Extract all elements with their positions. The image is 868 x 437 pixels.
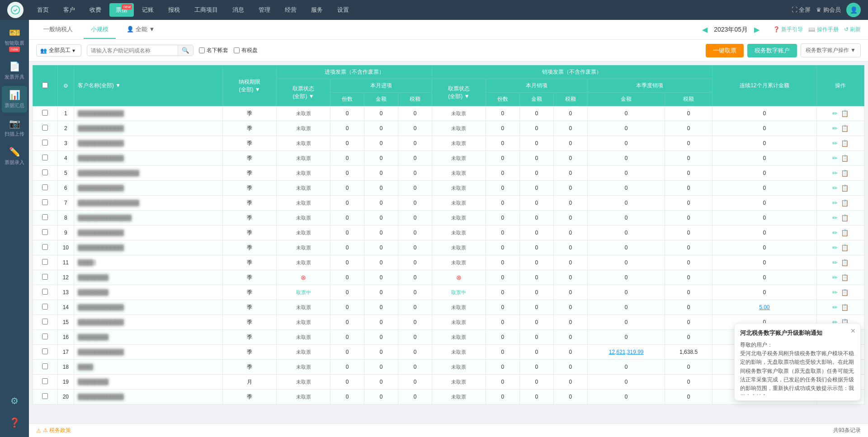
staff-select[interactable]: 👥 全部员工 ▾: [36, 44, 81, 56]
checkbox-owned[interactable]: 名下帐套: [199, 47, 228, 54]
edit-btn[interactable]: ✏: [831, 124, 839, 133]
tab-small[interactable]: 小规模: [84, 21, 116, 39]
select-all-checkbox[interactable]: [42, 82, 48, 88]
row-checkbox[interactable]: [42, 274, 48, 280]
edit-btn[interactable]: ✏: [831, 183, 839, 193]
nav-service[interactable]: 服务: [305, 3, 329, 17]
row-checkbox[interactable]: [42, 140, 48, 146]
nav-fee[interactable]: 收费: [83, 3, 108, 17]
client-name[interactable]: ████████████: [78, 155, 124, 161]
client-name[interactable]: ████████: [78, 289, 108, 296]
client-name[interactable]: ████████: [78, 379, 108, 385]
search-btn[interactable]: 🔍: [178, 45, 193, 56]
notif-close-btn[interactable]: ✕: [850, 327, 856, 334]
col-income-status-header[interactable]: 取票状态(全部) ▼: [277, 79, 330, 106]
row-checkbox[interactable]: [42, 110, 48, 116]
tax-policy-link[interactable]: ⚠ ⚠ 税务政策: [29, 423, 78, 437]
sidebar-item-gear[interactable]: ⚙: [2, 392, 27, 410]
owned-checkbox[interactable]: [199, 47, 205, 53]
row-checkbox[interactable]: [42, 155, 48, 160]
copy-btn[interactable]: 📋: [840, 198, 849, 207]
copy-btn[interactable]: 📋: [840, 213, 849, 222]
edit-btn[interactable]: ✏: [831, 169, 839, 178]
edit-btn[interactable]: ✏: [831, 139, 839, 148]
sidebar-item-entry[interactable]: ✏️ 票据录入: [2, 143, 27, 169]
client-name[interactable]: ████████████: [78, 185, 124, 191]
sidebar-item-help[interactable]: ❓: [2, 414, 27, 432]
sidebar-item-scan[interactable]: 📷 扫描上传: [2, 114, 27, 141]
client-name[interactable]: ████: [78, 364, 93, 370]
edit-btn[interactable]: ✏: [831, 258, 839, 267]
nav-settings[interactable]: 设置: [331, 3, 355, 17]
nav-manage[interactable]: 管理: [252, 3, 277, 17]
client-name[interactable]: ████████████: [78, 125, 124, 132]
copy-btn[interactable]: 📋: [840, 124, 849, 133]
row-checkbox[interactable]: [42, 229, 48, 235]
row-checkbox[interactable]: [42, 169, 48, 175]
copy-btn[interactable]: 📋: [840, 303, 849, 312]
row-checkbox[interactable]: [42, 393, 48, 399]
nav-home[interactable]: 首页: [31, 3, 55, 17]
avatar[interactable]: 👤: [846, 3, 861, 17]
col-out-status-header[interactable]: 取票状态(全部) ▼: [432, 79, 486, 106]
client-name[interactable]: ██████████████: [78, 215, 132, 221]
edit-btn[interactable]: ✏: [831, 273, 839, 282]
client-name[interactable]: ████████████: [78, 110, 124, 117]
row-checkbox[interactable]: [42, 259, 48, 265]
edit-btn[interactable]: ✏: [831, 303, 839, 312]
checkbox-taxdisk[interactable]: 有税盘: [234, 47, 258, 54]
client-name[interactable]: ████████████: [78, 304, 124, 310]
edit-btn[interactable]: ✏: [831, 109, 839, 118]
row-checkbox[interactable]: [42, 289, 48, 295]
manual-btn[interactable]: 📖 操作手册: [808, 26, 838, 33]
col-period-header[interactable]: 纳税期限(全部) ▼: [223, 66, 277, 106]
vip-btn[interactable]: ♛ 购会员: [816, 6, 841, 14]
edit-btn[interactable]: ✏: [831, 228, 839, 237]
copy-btn[interactable]: 📋: [840, 243, 849, 252]
edit-btn[interactable]: ✏: [831, 198, 839, 207]
copy-btn[interactable]: 📋: [840, 183, 849, 193]
nav-tax[interactable]: 报税: [162, 3, 186, 17]
nav-operation[interactable]: 经营: [278, 3, 303, 17]
copy-btn[interactable]: 📋: [840, 228, 849, 237]
copy-btn[interactable]: 📋: [840, 258, 849, 267]
digital-account-btn[interactable]: 税务数字账户: [747, 44, 797, 57]
row-checkbox[interactable]: [42, 304, 48, 310]
copy-btn[interactable]: 📋: [840, 288, 849, 297]
row-checkbox[interactable]: [42, 378, 48, 384]
row-checkbox[interactable]: [42, 199, 48, 205]
row-checkbox[interactable]: [42, 214, 48, 220]
cumulative-link[interactable]: 5.00: [759, 304, 769, 310]
new-guide-btn[interactable]: ❓ 新手引导: [773, 26, 803, 33]
sidebar-item-invoice-open[interactable]: 📄 发票开具: [2, 57, 27, 84]
one-click-btn[interactable]: 一键取票: [706, 44, 744, 57]
qtr-amount-value[interactable]: 12,621,319.99: [609, 349, 644, 355]
copy-btn[interactable]: 📋: [840, 169, 849, 178]
copy-btn[interactable]: 📋: [840, 109, 849, 118]
client-name[interactable]: ████████████: [78, 230, 124, 236]
row-checkbox[interactable]: [42, 334, 48, 339]
copy-btn[interactable]: 📋: [840, 273, 849, 282]
client-name[interactable]: ████████████████: [78, 170, 139, 176]
col-name-header[interactable]: 客户名称(全部) ▼: [74, 66, 222, 106]
nav-business[interactable]: 工商项目: [188, 3, 224, 17]
edit-btn[interactable]: ✏: [831, 213, 839, 222]
fullscreen-btn[interactable]: ⛶ 全屏: [792, 6, 811, 14]
client-name[interactable]: ████████: [78, 334, 108, 340]
row-checkbox[interactable]: [42, 348, 48, 354]
sidebar-item-smart-ticket[interactable]: 🎫 智能取票 new: [2, 23, 27, 56]
refresh-btn[interactable]: ↺ 刷新: [844, 26, 861, 33]
next-month-btn[interactable]: ▶: [751, 24, 762, 35]
tab-general[interactable]: 一般纳税人: [36, 21, 80, 39]
nav-bookkeep[interactable]: 记账: [136, 3, 160, 17]
edit-btn[interactable]: ✏: [831, 288, 839, 297]
client-name[interactable]: ████████████: [78, 349, 124, 355]
copy-btn[interactable]: 📋: [840, 154, 849, 163]
nav-client[interactable]: 客户: [57, 3, 81, 17]
edit-btn[interactable]: ✏: [831, 243, 839, 252]
copy-btn[interactable]: 📋: [840, 139, 849, 148]
row-checkbox[interactable]: [42, 184, 48, 190]
taxdisk-checkbox[interactable]: [234, 47, 240, 53]
client-name[interactable]: ████████: [78, 274, 108, 281]
client-name[interactable]: ████e: [78, 259, 96, 266]
